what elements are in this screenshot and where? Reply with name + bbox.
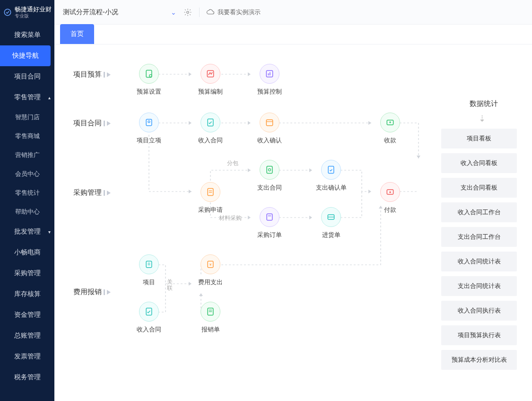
wallet-in-icon (380, 113, 400, 132)
svg-point-31 (148, 121, 150, 122)
calendar-icon (260, 113, 279, 132)
node-payment[interactable]: 付款 (371, 182, 409, 214)
svg-rect-24 (146, 70, 152, 78)
divider (199, 8, 200, 17)
stat-project-board[interactable]: 项目看板 (441, 129, 517, 148)
edge-material: 材料采购 (219, 214, 242, 222)
node-income-contract2[interactable]: 收入合同 (130, 302, 168, 334)
receipt-icon (201, 302, 220, 322)
form-icon (201, 182, 220, 202)
stat-expend-board[interactable]: 支出合同看板 (441, 178, 517, 198)
node-income-confirm[interactable]: 收入确认 (251, 113, 288, 145)
wallet-out-icon (380, 182, 400, 202)
play-icon (107, 72, 111, 77)
tenant-name: 测试分开流程-小况 (63, 8, 118, 17)
node-expend-contract[interactable]: 支出合同 (251, 160, 288, 192)
node-income-contract[interactable]: 收入合同 (192, 113, 229, 145)
node-purchase-apply[interactable]: 采购申请 (192, 182, 229, 214)
chevron-down-icon: ⌄ (171, 9, 176, 16)
stat-budget-exec[interactable]: 项目预算执行表 (441, 325, 517, 345)
section-budget: 项目预算 (73, 70, 111, 79)
stats-title: 数据统计 (470, 99, 498, 108)
stat-income-workbench[interactable]: 收入合同工作台 (441, 202, 517, 222)
brand-logo-icon (3, 8, 12, 17)
doc-check-icon (139, 302, 159, 322)
sidebar-search[interactable]: 搜索菜单 (0, 25, 54, 45)
play-icon (107, 191, 111, 195)
sidebar-sub-retail-mall[interactable]: 零售商城 (0, 127, 54, 146)
section-purchase: 采购管理 (73, 188, 111, 197)
sidebar-sub-member[interactable]: 会员中心 (0, 165, 54, 183)
edge-relate: 关 联 (167, 279, 173, 291)
caret-up-icon: ▴ (48, 95, 51, 100)
node-budget-control[interactable]: 预算控制 (251, 64, 288, 96)
sidebar-item-retail[interactable]: 零售管理▴ (0, 87, 54, 108)
stat-income-board[interactable]: 收入合同看板 (441, 153, 517, 173)
node-expense-out[interactable]: ¥费用支出 (192, 254, 229, 287)
node-purchase-order[interactable]: 采购订单 (251, 207, 288, 239)
svg-point-0 (4, 9, 11, 16)
node-project[interactable]: 项目 (130, 254, 168, 287)
tenant-selector[interactable]: 测试分开流程-小况 ⌄ (63, 8, 176, 17)
sidebar-sub-retail-stats[interactable]: 零售统计 (0, 183, 54, 202)
stat-income-report[interactable]: 收入合同统计表 (441, 252, 517, 271)
doc-star-icon (260, 160, 279, 180)
doc-check-icon (201, 113, 220, 132)
sidebar-sub-smart-store[interactable]: 智慧门店 (0, 108, 54, 127)
play-icon (107, 121, 111, 126)
node-project-init[interactable]: 项目立项 (130, 113, 168, 145)
tab-home[interactable]: 首页 (60, 24, 94, 44)
svg-rect-42 (267, 214, 272, 220)
settings-button[interactable] (183, 8, 192, 17)
sidebar-item-purchase[interactable]: 采购管理 (0, 263, 54, 284)
stat-income-exec[interactable]: 收入合同执行表 (441, 301, 517, 321)
sidebar-item-funds[interactable]: 资金管理 (0, 305, 54, 325)
edge-subcontract: 分包 (227, 159, 238, 167)
cloud-icon (206, 8, 215, 17)
expense-icon: ¥ (201, 254, 220, 274)
node-budget-compile[interactable]: 预算编制 (192, 64, 229, 96)
node-receipt[interactable]: 收款 (371, 113, 409, 145)
svg-text:¥: ¥ (209, 262, 212, 267)
sidebar-item-ecommerce[interactable]: 小畅电商 (0, 242, 54, 263)
play-icon (107, 290, 111, 295)
gear-icon (183, 8, 192, 17)
brand-edition: 专业版 (15, 13, 29, 18)
stat-expend-workbench[interactable]: 支出合同工作台 (441, 227, 517, 247)
sidebar-item-invoice[interactable]: 发票管理 (0, 346, 54, 367)
doc-icon (139, 64, 159, 84)
stat-expend-report[interactable]: 支出合同统计表 (441, 276, 517, 296)
node-reimburse[interactable]: 报销单 (192, 302, 229, 334)
svg-rect-39 (267, 166, 272, 174)
badge-icon (139, 113, 159, 132)
section-contract: 项目合同 (73, 119, 111, 128)
demo-link[interactable]: 我要看实例演示 (206, 8, 261, 17)
node-budget-setting[interactable]: 预算设置 (130, 64, 168, 96)
svg-marker-22 (199, 293, 203, 296)
svg-point-40 (269, 169, 271, 171)
svg-rect-41 (328, 166, 334, 174)
inbox-icon (321, 207, 341, 227)
order-icon (260, 207, 279, 227)
sidebar-item-project-contract[interactable]: 项目合同 (0, 66, 54, 87)
sidebar-item-inventory[interactable]: 库存核算 (0, 284, 54, 305)
svg-marker-12 (417, 156, 420, 158)
sidebar-quicknav[interactable]: 快捷导航 (0, 45, 51, 66)
stat-budget-cost[interactable]: 预算成本分析对比表 (441, 350, 517, 370)
sidebar-item-ledger[interactable]: 总账管理 (0, 325, 54, 346)
sidebar-item-tax[interactable]: 税务管理 (0, 367, 54, 388)
sidebar: 畅捷通好业财 专业版 搜索菜单 快捷导航 项目合同 零售管理▴ 智慧门店 零售商… (0, 0, 54, 401)
svg-rect-33 (266, 120, 272, 125)
sidebar-sub-marketing[interactable]: 营销推广 (0, 146, 54, 165)
workflow-canvas: 项目预算 项目合同 采购管理 费用报销 预算设置 预算编制 预算控制 项目立项 … (59, 50, 526, 401)
connector-layer (59, 50, 526, 401)
sidebar-item-wholesale[interactable]: 批发管理▾ (0, 221, 54, 242)
sidebar-sub-help[interactable]: 帮助中心 (0, 202, 54, 221)
topbar: 测试分开流程-小况 ⌄ 我要看实例演示 (54, 0, 532, 25)
sidebar-menu: 搜索菜单 快捷导航 项目合同 零售管理▴ 智慧门店 零售商城 营销推广 会员中心… (0, 25, 54, 401)
chart-icon (201, 64, 220, 84)
bar-icon (260, 64, 279, 84)
node-goods-in[interactable]: 进货单 (312, 207, 350, 239)
svg-rect-26 (207, 70, 213, 77)
node-expend-confirm[interactable]: 支出确认单 (312, 160, 350, 192)
